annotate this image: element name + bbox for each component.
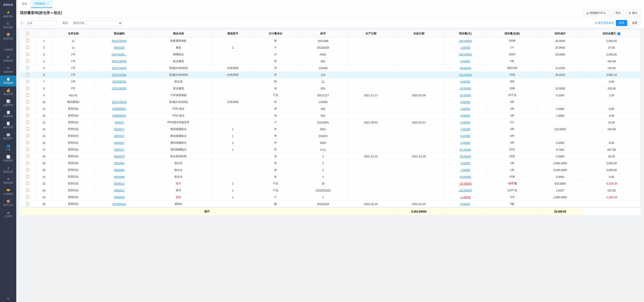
sidebar-item-purchase[interactable]: 🛍 采购管理 [0,64,16,75]
row-code[interactable] [94,92,144,99]
row-code[interactable]: 0023-00009 [94,38,144,44]
row-qty-main[interactable]: 100.00000 [444,38,487,44]
row-code[interactable]: 0000017 [94,139,144,146]
row-qty-main[interactable]: 0.00000 [444,119,487,126]
row-checkbox[interactable] [20,112,36,119]
row-code[interactable]: 0023-00005 [94,58,144,65]
amount-info-icon[interactable]: i [617,32,620,35]
row-qty-main[interactable]: 2.00000 [444,126,487,133]
row-qty-main[interactable]: 10.00000 [444,153,487,160]
row-checkbox[interactable] [20,194,36,201]
row-qty-main[interactable]: 87.00000 [444,146,487,153]
row-code[interactable]: 0000078 [94,153,144,160]
print-button[interactable]: 🖨 按模板打印 ▾ [583,10,608,16]
sidebar-item-retail[interactable]: 🛒 零售管理 [0,20,16,31]
row-checkbox[interactable] [20,153,36,160]
search-menu-button[interactable]: 搜索菜单 [2,2,14,8]
row-checkbox[interactable] [20,58,36,65]
sidebar-item-asset[interactable]: 💰 资金管理 [0,87,16,98]
row-checkbox[interactable] [20,99,36,106]
row-checkbox[interactable] [20,65,36,72]
filter-expand-button[interactable]: › [20,20,23,26]
row-code[interactable]: 0000017 [94,146,144,153]
row-code[interactable]: 0000012 [94,187,144,194]
row-qty-main[interactable]: 0.00000 [444,133,487,139]
row-checkbox[interactable] [20,126,36,133]
tab-home[interactable]: 首页 [18,0,31,8]
row-code[interactable]: 000097 [94,119,144,126]
row-qty-main[interactable]: -16.00000 [444,180,487,187]
row-qty-main[interactable]: 4.00000 [444,112,487,119]
row-code[interactable]: 0023-00008 [94,72,144,78]
row-checkbox[interactable] [20,146,36,153]
row-code[interactable]: 0000084 [94,160,144,167]
sidebar-item-quick-nav[interactable]: ⚡ 快捷导航 [0,9,16,20]
row-qty-main[interactable]: -1.00000 [444,194,487,201]
row-code[interactable]: 001000026 [94,78,144,85]
sidebar-item-guide[interactable]: 🎯 新手引导 [0,198,16,209]
row-qty-main[interactable]: 10.00000 [444,92,487,99]
select-all-checkbox[interactable] [26,32,29,35]
row-qty-main[interactable]: 0.00000 [444,201,487,208]
row-qty-main[interactable]: 0.00000 [444,78,487,85]
row-code[interactable]: 0000012 [94,180,144,187]
row-checkbox[interactable] [20,106,36,112]
row-qty-main[interactable]: 100.00000 [444,51,487,58]
settings-button[interactable]: 设置 [629,20,640,26]
row-checkbox[interactable] [20,119,36,126]
row-qty-main[interactable]: 3.00000 [444,139,487,146]
row-checkbox[interactable] [20,160,36,167]
sidebar-item-tax[interactable]: 📑 税务管理 [0,120,16,131]
row-code[interactable]: 000900001 [94,106,144,112]
row-checkbox[interactable] [20,174,36,180]
sidebar-item-ecom[interactable]: 🖥 电商管理 [0,53,16,64]
row-qty-main[interactable]: 10.00000 [444,85,487,92]
row-qty-main[interactable]: 10.00000 [444,174,487,180]
row-qty-main[interactable]: 1.00000 [444,160,487,167]
row-code[interactable]: 0000017 [94,133,144,139]
sidebar-item-inventory[interactable]: 📋 库存核查 [0,75,16,87]
row-checkbox[interactable] [20,78,36,85]
sidebar-item-sys[interactable]: ⚙ 系统管理 [0,175,16,187]
row-qty-main[interactable]: 0.00000 [444,58,487,65]
sidebar-settings-button[interactable]: ⚙ [0,295,16,302]
category-select[interactable] [86,20,122,26]
row-code[interactable]: 001000031 [94,201,144,208]
sidebar-item-fixed-asset[interactable]: 🏢 固定资产 [0,131,16,142]
tab-close-icon[interactable]: ✕ [47,3,49,5]
row-checkbox[interactable] [20,167,36,174]
sidebar-item-wholesale[interactable]: 📦 批发管理 [0,31,16,42]
export-button[interactable]: ↑ 导出 [610,10,624,16]
sidebar-item-collab[interactable]: 🤝 企业协同 [0,187,16,198]
row-qty-main[interactable]: 1.00000 [444,167,487,174]
display-button[interactable]: ☰ 显示 [626,10,640,16]
sidebar-item-ops[interactable]: 📈 经营管理 [0,153,16,164]
row-checkbox[interactable] [20,85,36,92]
row-qty-main[interactable]: 4.00000 [444,106,487,112]
row-checkbox[interactable] [20,92,36,99]
row-code[interactable]: 0023-00005 [94,85,144,92]
sidebar-item-hr[interactable]: 👥 工资 [0,142,16,153]
row-code[interactable]: 0023-00008 [94,99,144,106]
row-code[interactable]: 0023-0000... [94,51,144,58]
row-qty-main[interactable]: 0.00000 [444,99,487,106]
sidebar-item-invoice[interactable]: 🧾 发票管理 [0,109,16,120]
warehouse-input[interactable] [25,20,57,26]
row-code[interactable]: 0000029 [94,194,144,201]
row-checkbox[interactable] [20,139,36,146]
row-qty-main[interactable]: 49.60000 [444,65,487,72]
row-code[interactable]: 0000029 [94,44,144,51]
expand-more-button[interactable]: ▼ 展开更多条件 [595,21,614,25]
row-checkbox[interactable] [20,180,36,187]
row-checkbox[interactable] [20,201,36,208]
row-qty-main[interactable]: 122.00000 [444,187,487,194]
row-code[interactable]: 000900001 [94,112,144,119]
row-checkbox[interactable] [20,72,36,78]
row-code[interactable]: 0000017 [94,126,144,133]
row-checkbox[interactable] [20,44,36,51]
row-qty-main[interactable]: 100.00000 [444,72,487,78]
tab-inventory-batch[interactable]: 库存批次 ✕ [31,0,52,8]
sidebar-item-general[interactable]: 📊 总账管理 [0,98,16,109]
row-code[interactable]: 0000084 [94,167,144,174]
sidebar-item-cloud[interactable]: ☁ 云应用 [0,209,16,220]
